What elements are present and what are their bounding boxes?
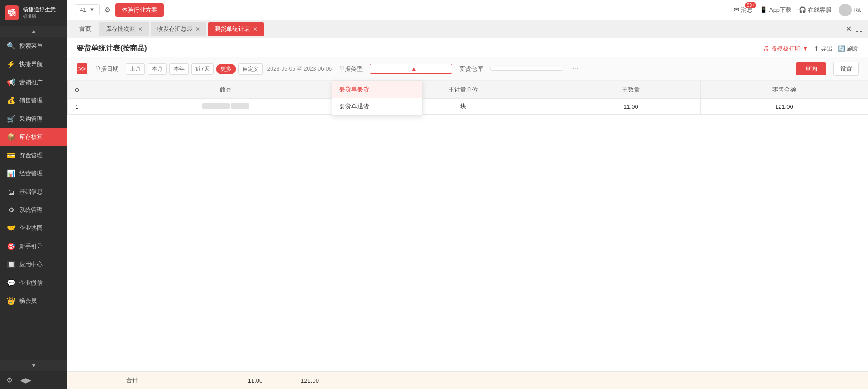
sidebar-item-member[interactable]: 👑 畅会员 [0,292,67,310]
logo-text: 畅捷通好生意 标准版 [23,6,56,20]
table-settings-col[interactable]: ⚙ [68,81,86,99]
scroll-down-btn[interactable]: ▼ [0,360,67,371]
query-btn[interactable]: 查询 [796,62,826,75]
refresh-btn[interactable]: 🔄 刷新 [838,45,859,53]
table-header-amount: 零售金额 [700,81,868,99]
phone-icon: 📱 [760,6,767,13]
type-dropdown: 要货单要货 要货单退货 [332,80,423,116]
dropdown-item-return[interactable]: 要货单退货 [332,98,422,115]
chevron-down-icon: ▼ [89,6,95,13]
table-header-quantity: 主数量 [561,81,700,99]
tab-goods-stats[interactable]: 要货单统计表 ✕ [208,22,264,36]
date-this-year-btn[interactable]: 本年 [169,63,189,75]
date-this-month-btn[interactable]: 本月 [148,63,167,75]
message-btn[interactable]: ✉ 消息 99+ [734,6,753,14]
tab-batch[interactable]: 库存批次账 ✕ [99,22,149,36]
tab-goods-stats-label: 要货单统计表 [215,25,250,33]
message-icon: ✉ [734,6,739,13]
printer-icon: 🖨 [763,45,769,52]
tab-summary[interactable]: 收发存汇总表 ✕ [151,22,206,36]
sidebar-item-label: 经营管理 [19,169,43,178]
tabs-right-actions: ✕ ⛶ [846,25,863,33]
table-footer: 合计 11.00 121.00 [67,371,868,389]
warehouse-filter-input[interactable] [490,67,563,71]
money-icon: 💰 [6,96,15,105]
trial-btn[interactable]: 体验行业方案 [115,3,164,17]
sidebar-item-label: 采购管理 [19,115,43,123]
sidebar-item-inventory[interactable]: 📦 库存核算 [0,128,67,146]
user-avatar[interactable]: Rit [839,4,861,16]
export-btn[interactable]: ⬆ 导出 [814,45,832,53]
date-7days-btn[interactable]: 近7天 [191,63,214,75]
date-last-month-btn[interactable]: 上月 [126,63,145,75]
date-group: 上月 本月 本年 近7天 更多 自定义 2023-05-06 至 2023-06… [126,63,332,75]
dropdown-item-order[interactable]: 要货单要货 [332,81,422,98]
sidebar-item-guide[interactable]: 🎯 新手引导 [0,237,67,256]
lightning-icon: ⚡ [6,60,15,69]
collapse-icon[interactable]: ◀▶ [20,376,31,384]
sidebar-item-purchase[interactable]: 🛒 采购管理 [0,110,67,128]
box-icon: 📦 [6,133,15,142]
print-btn[interactable]: 🖨 按模板打印 ▼ [763,45,808,53]
sidebar-item-label: 库存核算 [19,133,43,141]
page-title: 要货单统计表(按商品) [77,44,147,53]
sidebar-item-label: 销售管理 [19,97,43,105]
date-more-btn[interactable]: 更多 [216,64,236,74]
chevron-right-icon: >> [78,65,86,72]
type-filter-input[interactable]: ▲ [370,64,452,74]
sidebar-item-enterprise[interactable]: 🤝 企业协同 [0,219,67,237]
sidebar-item-system[interactable]: ⚙ 系统管理 [0,201,67,219]
topbar-gear-icon[interactable]: ⚙ [104,5,111,14]
folder-icon: 🗂 [6,187,15,196]
topbar: 41 ▼ ⚙ 体验行业方案 ✉ 消息 99+ 📱 App下载 🎧 在线客服 R [67,0,868,20]
online-service-label: 在线客服 [808,6,832,14]
sidebar-item-sales[interactable]: 💰 销售管理 [0,92,67,110]
grid-icon: 🔲 [6,260,15,269]
store-selector[interactable]: 41 ▼ [75,4,100,15]
sidebar-item-label: 新手引导 [19,242,43,251]
footer-total-label: 合计 [73,376,173,384]
filter-settings-btn[interactable]: 设置 [833,62,859,76]
main-area: 41 ▼ ⚙ 体验行业方案 ✉ 消息 99+ 📱 App下载 🎧 在线客服 R [67,0,868,389]
settings-bottom-icon[interactable]: ⚙ [6,376,13,384]
sidebar-item-basic[interactable]: 🗂 基础信息 [0,183,67,201]
sidebar-item-label: 基础信息 [19,188,43,196]
chevron-up-icon: ▲ [411,66,448,72]
data-table: ⚙ 商品 主计量单位 主数量 零售金额 1 块 [67,81,868,115]
close-icon[interactable]: ✕ [195,26,200,32]
expand-tabs-btn[interactable]: ⛶ [855,25,863,33]
close-all-btn[interactable]: ✕ [846,25,852,33]
logo-icon: 畅 [5,5,19,20]
filter-more-icon[interactable]: ··· [572,65,578,73]
sidebar-item-operations[interactable]: 📊 经营管理 [0,164,67,183]
sidebar-item-label: 企业协同 [19,224,43,232]
app-download-btn[interactable]: 📱 App下载 [760,6,791,14]
tab-home[interactable]: 首页 [73,22,98,36]
sidebar-item-quicknav[interactable]: ⚡ 快捷导航 [0,55,67,73]
sidebar-item-search[interactable]: 🔍 搜索菜单 [0,37,67,55]
sidebar-item-marketing[interactable]: 📢 营销推广 [0,73,67,92]
sidebar-bottom: ⚙ ◀▶ [0,371,67,389]
warehouse-filter-label: 要货仓库 [459,65,483,73]
sidebar-item-appstore[interactable]: 🔲 应用中心 [0,256,67,274]
sidebar-item-label: 营销推广 [19,78,43,87]
topbar-left: 41 ▼ ⚙ 体验行业方案 [75,3,729,17]
date-custom-btn[interactable]: 自定义 [238,63,263,75]
close-icon[interactable]: ✕ [138,26,143,32]
online-service-btn[interactable]: 🎧 在线客服 [799,6,832,14]
handshake-icon: 🤝 [6,224,15,233]
sidebar-item-finance[interactable]: 💳 资金管理 [0,146,67,164]
target-icon: 🎯 [6,242,15,251]
message-badge: 99+ [745,2,756,8]
close-icon[interactable]: ✕ [253,26,257,32]
chevron-down-icon: ▼ [802,45,808,52]
scroll-up-btn[interactable]: ▲ [0,26,67,37]
sidebar-item-label: 搜索菜单 [19,42,43,50]
sidebar-item-wechat[interactable]: 💬 企业微信 [0,274,67,292]
type-filter-label: 单据类型 [339,65,363,73]
filter-expand-btn[interactable]: >> [77,63,87,74]
footer-quantity: 11.00 [228,377,282,384]
date-range-text: 2023-05-06 至 2023-06-06 [267,65,332,73]
product-placeholder [202,103,230,109]
sidebar-item-label: 企业微信 [19,279,43,287]
